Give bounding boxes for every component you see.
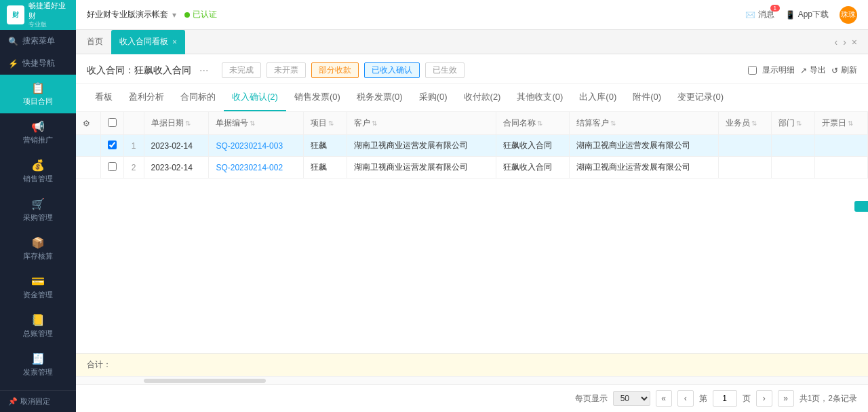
status-uninvoiced[interactable]: 未开票 bbox=[267, 62, 306, 78]
sidebar-item-tax[interactable]: 📊 税务管理 bbox=[0, 384, 76, 390]
active-tab[interactable]: 收入合同看板 × bbox=[111, 30, 185, 54]
status-confirmed[interactable]: 已收入确认 bbox=[364, 62, 420, 78]
page-size-select[interactable]: 50 20 100 bbox=[613, 391, 650, 406]
tab-revenue-confirm[interactable]: 收入确认(2) bbox=[224, 84, 286, 111]
row-date-cell: 2023-02-14 bbox=[144, 157, 209, 179]
select-all-checkbox[interactable] bbox=[108, 118, 117, 127]
settings-icon[interactable]: ⚙ bbox=[83, 119, 90, 128]
row-salesperson-cell bbox=[718, 135, 771, 157]
tab-change-log[interactable]: 变更记录(0) bbox=[669, 84, 732, 111]
th-department[interactable]: 部门 ⇅ bbox=[771, 112, 814, 135]
row-customer-cell: 湖南卫视商业运营发展有限公司 bbox=[347, 135, 496, 157]
prev-page-button[interactable]: ‹ bbox=[677, 390, 694, 407]
page-number-input[interactable] bbox=[713, 390, 737, 407]
right-float-button[interactable]: 展 bbox=[854, 201, 868, 212]
tab-close-button[interactable]: × bbox=[172, 37, 177, 47]
tab-next-button[interactable]: › bbox=[843, 37, 846, 48]
first-page-button[interactable]: « bbox=[656, 390, 672, 407]
export-button[interactable]: ↗ 导出 bbox=[800, 64, 826, 76]
invoice-icon: 🧾 bbox=[31, 352, 45, 365]
doc-no-link[interactable]: SQ-20230214-002 bbox=[216, 163, 283, 172]
tab-prev-button[interactable]: ‹ bbox=[834, 37, 837, 48]
last-page-button[interactable]: » bbox=[778, 390, 794, 407]
sort-opendate-icon: ⇅ bbox=[848, 119, 853, 127]
show-detail-toggle[interactable]: 显示明细 bbox=[748, 64, 795, 76]
app-name: 畅捷通好业财 bbox=[28, 1, 69, 20]
sidebar-item-marketing[interactable]: 📢 营销推广 bbox=[0, 113, 76, 152]
th-contract-name[interactable]: 合同名称 ⇅ bbox=[496, 112, 569, 135]
search-menu[interactable]: 🔍 搜索菜单 bbox=[0, 30, 76, 52]
sort-dept-icon: ⇅ bbox=[796, 119, 802, 127]
message-badge: 1 bbox=[770, 5, 780, 12]
tab-other-income[interactable]: 其他收支(0) bbox=[509, 84, 571, 111]
sidebar-item-invoice[interactable]: 🧾 发票管理 bbox=[0, 345, 76, 384]
row-checkbox-cell[interactable] bbox=[100, 135, 123, 157]
row-checkbox[interactable] bbox=[108, 162, 117, 171]
th-project[interactable]: 项目 ⇅ bbox=[303, 112, 347, 135]
row-contract-cell: 狂飙收入合同 bbox=[496, 157, 569, 179]
page-of-label: 页 bbox=[743, 393, 751, 405]
search-icon: 🔍 bbox=[8, 37, 18, 46]
refresh-button[interactable]: ↺ 刷新 bbox=[831, 64, 857, 76]
footer-total-label: 合计： bbox=[87, 359, 111, 371]
th-customer[interactable]: 客户 ⇅ bbox=[347, 112, 496, 135]
contract-title: 收入合同：狂飙收入合同 bbox=[87, 64, 191, 77]
row-checkbox-cell[interactable] bbox=[100, 157, 123, 179]
tab-outbound[interactable]: 出入库(0) bbox=[571, 84, 625, 111]
next-page-button[interactable]: › bbox=[756, 390, 772, 407]
company-selector[interactable]: 好业财专业版演示帐套 ▾ bbox=[87, 9, 176, 20]
sidebar-nav: 📋 项目合同 📢 营销推广 💰 销售管理 🛒 采购管理 📦 库存核算 💳 资金管… bbox=[0, 75, 76, 390]
sidebar-item-inventory[interactable]: 📦 库存核算 bbox=[0, 229, 76, 268]
app-download-button[interactable]: 📱 App下载 bbox=[785, 9, 829, 20]
sidebar-item-project[interactable]: 📋 项目合同 bbox=[0, 75, 76, 113]
doc-no-link[interactable]: SQ-20230214-003 bbox=[216, 141, 283, 151]
status-tags: 未完成 未开票 部分收款 已收入确认 已生效 bbox=[222, 62, 465, 78]
page-label: 第 bbox=[699, 393, 707, 405]
sidebar-item-purchase[interactable]: 🛒 采购管理 bbox=[0, 191, 76, 229]
header-actions: 显示明细 ↗ 导出 ↺ 刷新 bbox=[748, 64, 857, 76]
tab-kanban[interactable]: 看板 bbox=[87, 84, 121, 111]
unpin-button[interactable]: 📌 取消固定 bbox=[0, 390, 76, 412]
nav-tabs-bar: 首页 收入合同看板 × ‹ › × bbox=[76, 30, 868, 54]
message-icon: ✉️ bbox=[745, 10, 755, 20]
row-docno-cell[interactable]: SQ-20230214-003 bbox=[209, 135, 303, 157]
th-settle-customer[interactable]: 结算客户 ⇅ bbox=[570, 112, 719, 135]
horizontal-scrollbar[interactable] bbox=[76, 376, 868, 384]
home-tab[interactable]: 首页 bbox=[87, 36, 111, 48]
th-settings[interactable]: ⚙ bbox=[76, 112, 100, 135]
tab-payment[interactable]: 收付款(2) bbox=[456, 84, 509, 111]
th-doc-no[interactable]: 单据编号 ⇅ bbox=[209, 112, 303, 135]
row-gear-cell bbox=[76, 157, 100, 179]
tab-close-all-button[interactable]: × bbox=[852, 37, 857, 48]
sidebar-item-sales[interactable]: 💰 销售管理 bbox=[0, 152, 76, 191]
avatar[interactable]: 珠珠 bbox=[840, 6, 857, 24]
th-open-date[interactable]: 开票日 ⇅ bbox=[814, 112, 867, 135]
app-logo: 财 畅捷通好业财 专业版 bbox=[0, 0, 76, 30]
show-detail-checkbox[interactable] bbox=[748, 66, 757, 75]
row-salesperson-cell bbox=[718, 157, 771, 179]
message-button[interactable]: ✉️ 消息 1 bbox=[745, 9, 774, 20]
sidebar-item-general[interactable]: 📒 总账管理 bbox=[0, 307, 76, 345]
th-salesperson[interactable]: 业务员 ⇅ bbox=[718, 112, 771, 135]
tab-profit[interactable]: 盈利分析 bbox=[121, 84, 172, 111]
company-dropdown-icon: ▾ bbox=[172, 10, 176, 20]
quick-nav[interactable]: ⚡ 快捷导航 bbox=[0, 52, 76, 75]
status-incomplete[interactable]: 未完成 bbox=[222, 62, 261, 78]
tab-sales-invoice[interactable]: 销售发票(0) bbox=[286, 84, 349, 111]
inventory-icon: 📦 bbox=[31, 236, 45, 249]
scrollbar-thumb[interactable] bbox=[144, 379, 266, 383]
table-header-row: ⚙ 单据日期 ⇅ bbox=[76, 112, 868, 135]
more-options-button[interactable]: ··· bbox=[199, 64, 208, 77]
tab-attachments[interactable]: 附件(0) bbox=[625, 84, 669, 111]
row-docno-cell[interactable]: SQ-20230214-002 bbox=[209, 157, 303, 179]
tab-contract-std[interactable]: 合同标的 bbox=[172, 84, 224, 111]
sidebar-item-capital[interactable]: 💳 资金管理 bbox=[0, 268, 76, 307]
tab-tax-invoice[interactable]: 税务发票(0) bbox=[349, 84, 411, 111]
th-date[interactable]: 单据日期 ⇅ bbox=[144, 112, 209, 135]
tab-purchase[interactable]: 采购(0) bbox=[411, 84, 456, 111]
th-checkbox[interactable] bbox=[100, 112, 123, 135]
status-effective[interactable]: 已生效 bbox=[425, 62, 465, 78]
status-partial[interactable]: 部分收款 bbox=[311, 62, 359, 78]
data-table: ⚙ 单据日期 ⇅ bbox=[76, 112, 868, 179]
row-checkbox[interactable] bbox=[108, 141, 117, 149]
